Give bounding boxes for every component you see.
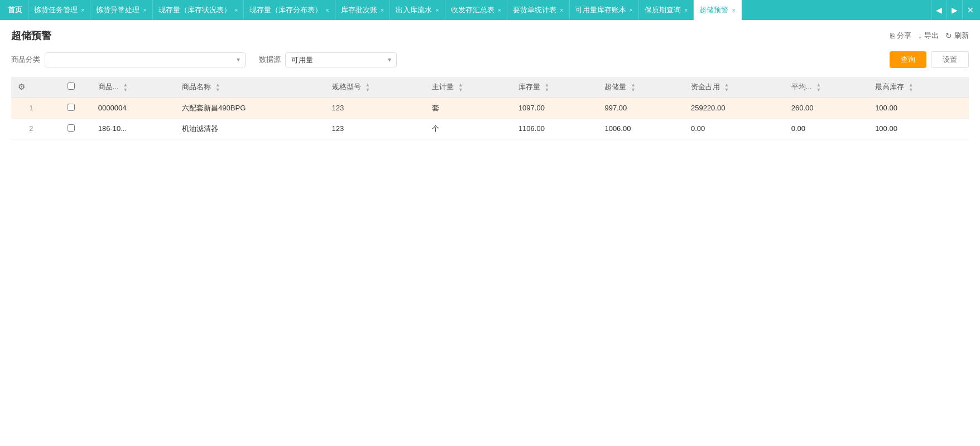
close-icon[interactable]: × bbox=[732, 7, 735, 13]
close-icon[interactable]: × bbox=[325, 7, 329, 13]
sort-icon: ▲▼ bbox=[458, 83, 463, 93]
nav-available-stock[interactable]: 可用量库存账本 × bbox=[570, 0, 639, 20]
row-stock-qty: 1097.00 bbox=[512, 98, 598, 118]
datasource-select-wrap: 可用量 库存量 ▾ bbox=[285, 52, 397, 67]
col-capital-usage[interactable]: 资金占用 ▲▼ bbox=[684, 77, 785, 98]
row-product-name: 机油滤清器 bbox=[175, 118, 325, 139]
row-checkbox[interactable] bbox=[68, 104, 75, 111]
col-settings: ⚙ bbox=[11, 77, 51, 98]
close-icon[interactable]: × bbox=[234, 7, 238, 13]
row-spec: 123 bbox=[325, 118, 426, 139]
row-product-code: 0000004 bbox=[92, 98, 175, 118]
row-max-stock: 100.00 bbox=[868, 118, 969, 139]
nav-arrow-left[interactable]: ◀ bbox=[931, 0, 947, 20]
col-unit[interactable]: 主计量 ▲▼ bbox=[425, 77, 512, 98]
refresh-button[interactable]: ↻ 刷新 bbox=[945, 31, 969, 41]
nav-inventory-batch[interactable]: 库存批次账 × bbox=[335, 0, 390, 20]
nav-inout-flow[interactable]: 出入库流水 × bbox=[390, 0, 445, 20]
filter-row: 商品分类 ▾ 数据源 可用量 库存量 ▾ 查询 设置 bbox=[11, 51, 969, 68]
table-row: 2 186-10... 机油滤清器 123 个 1106.00 1006.00 … bbox=[11, 118, 969, 139]
row-capital-usage: 259220.00 bbox=[684, 98, 785, 118]
share-button[interactable]: ⎘ 分享 bbox=[890, 31, 911, 41]
close-icon[interactable]: × bbox=[630, 7, 633, 13]
row-overstock-qty: 997.00 bbox=[598, 98, 684, 118]
nav-inventory-dist[interactable]: 现存量（库存分布表） × bbox=[244, 0, 335, 20]
export-button[interactable]: ↓ 导出 bbox=[918, 31, 939, 41]
col-max-stock[interactable]: 最高库存 ▲▼ bbox=[868, 77, 969, 98]
page-content: 超储预警 ⎘ 分享 ↓ 导出 ↻ 刷新 商品分类 ▾ bbox=[0, 20, 980, 446]
col-stock-qty[interactable]: 库存量 ▲▼ bbox=[512, 77, 598, 98]
sort-icon: ▲▼ bbox=[123, 83, 128, 93]
page-title: 超储预警 bbox=[11, 29, 51, 42]
row-number: 2 bbox=[11, 118, 51, 139]
category-select-wrap: ▾ bbox=[45, 52, 246, 67]
row-number: 1 bbox=[11, 98, 51, 118]
export-icon: ↓ bbox=[918, 31, 922, 40]
refresh-icon: ↻ bbox=[945, 31, 952, 40]
close-icon[interactable]: × bbox=[435, 7, 439, 13]
nav-collect-summary[interactable]: 收发存汇总表 × bbox=[445, 0, 507, 20]
sort-icon: ▲▼ bbox=[215, 83, 220, 93]
select-all-checkbox[interactable] bbox=[68, 83, 75, 90]
datasource-select[interactable]: 可用量 库存量 bbox=[285, 52, 397, 67]
query-button[interactable]: 查询 bbox=[890, 51, 926, 68]
nav-home[interactable]: 首页 bbox=[2, 0, 28, 20]
row-unit: 套 bbox=[425, 98, 512, 118]
close-icon[interactable]: × bbox=[498, 7, 501, 13]
close-icon[interactable]: × bbox=[143, 7, 146, 13]
row-max-stock: 100.00 bbox=[868, 98, 969, 118]
share-icon: ⎘ bbox=[890, 31, 895, 40]
page-actions: ⎘ 分享 ↓ 导出 ↻ 刷新 bbox=[890, 31, 969, 41]
row-checkbox-cell bbox=[51, 118, 92, 139]
filter-buttons: 查询 设置 bbox=[890, 51, 969, 68]
page-header: 超储预警 ⎘ 分享 ↓ 导出 ↻ 刷新 bbox=[11, 29, 969, 42]
nav-overstock-alert[interactable]: 超储预警 × bbox=[694, 0, 741, 20]
row-unit: 个 bbox=[425, 118, 512, 139]
close-icon[interactable]: × bbox=[684, 7, 688, 13]
top-nav: 首页 拣货任务管理 × 拣货异常处理 × 现存量（库存状况表） × 现存量（库存… bbox=[0, 0, 980, 20]
col-product-code[interactable]: 商品... ▲▼ bbox=[92, 77, 175, 98]
nav-quality-check[interactable]: 保质期查询 × bbox=[639, 0, 694, 20]
table-body: 1 0000004 六配套新昌490BPG 123 套 1097.00 997.… bbox=[11, 98, 969, 139]
nav-arrows: ◀ ▶ ✕ bbox=[931, 0, 978, 20]
col-checkbox bbox=[51, 77, 92, 98]
close-icon[interactable]: × bbox=[81, 7, 84, 13]
datasource-filter: 数据源 可用量 库存量 ▾ bbox=[259, 52, 397, 67]
datasource-label: 数据源 bbox=[259, 55, 281, 65]
nav-packing-exception[interactable]: 拣货异常处理 × bbox=[90, 0, 152, 20]
nav-arrow-right[interactable]: ▶ bbox=[947, 0, 962, 20]
nav-order-stats[interactable]: 要货单统计表 × bbox=[507, 0, 569, 20]
sort-icon: ▲▼ bbox=[909, 83, 914, 93]
nav-inventory-status[interactable]: 现存量（库存状况表） × bbox=[153, 0, 244, 20]
row-spec: 123 bbox=[325, 98, 426, 118]
gear-icon[interactable]: ⚙ bbox=[18, 82, 25, 91]
nav-arrow-close[interactable]: ✕ bbox=[962, 0, 978, 20]
close-icon[interactable]: × bbox=[560, 7, 563, 13]
sort-icon: ▲▼ bbox=[816, 83, 821, 93]
data-table: ⚙ 商品... ▲▼ 商品名称 ▲▼ 规格型号 ▲▼ bbox=[11, 77, 969, 139]
table-header-row: ⚙ 商品... ▲▼ 商品名称 ▲▼ 规格型号 ▲▼ bbox=[11, 77, 969, 98]
row-avg: 0.00 bbox=[785, 118, 868, 139]
row-capital-usage: 0.00 bbox=[684, 118, 785, 139]
close-icon[interactable]: × bbox=[381, 7, 384, 13]
table-wrap: ⚙ 商品... ▲▼ 商品名称 ▲▼ 规格型号 ▲▼ bbox=[11, 77, 969, 139]
row-product-name: 六配套新昌490BPG bbox=[175, 98, 325, 118]
col-avg[interactable]: 平均... ▲▼ bbox=[785, 77, 868, 98]
col-spec[interactable]: 规格型号 ▲▼ bbox=[325, 77, 426, 98]
row-avg: 260.00 bbox=[785, 98, 868, 118]
sort-icon: ▲▼ bbox=[724, 83, 729, 93]
row-checkbox-cell bbox=[51, 98, 92, 118]
row-overstock-qty: 1006.00 bbox=[598, 118, 684, 139]
col-overstock-qty[interactable]: 超储量 ▲▼ bbox=[598, 77, 684, 98]
category-filter: 商品分类 ▾ bbox=[11, 52, 246, 67]
nav-packing-task[interactable]: 拣货任务管理 × bbox=[28, 0, 90, 20]
row-checkbox[interactable] bbox=[68, 124, 75, 132]
category-label: 商品分类 bbox=[11, 55, 40, 65]
sort-icon: ▲▼ bbox=[545, 83, 550, 93]
row-product-code: 186-10... bbox=[92, 118, 175, 139]
category-select[interactable] bbox=[45, 52, 246, 67]
settings-button[interactable]: 设置 bbox=[931, 51, 969, 68]
table-row: 1 0000004 六配套新昌490BPG 123 套 1097.00 997.… bbox=[11, 98, 969, 118]
row-stock-qty: 1106.00 bbox=[512, 118, 598, 139]
col-product-name[interactable]: 商品名称 ▲▼ bbox=[175, 77, 325, 98]
